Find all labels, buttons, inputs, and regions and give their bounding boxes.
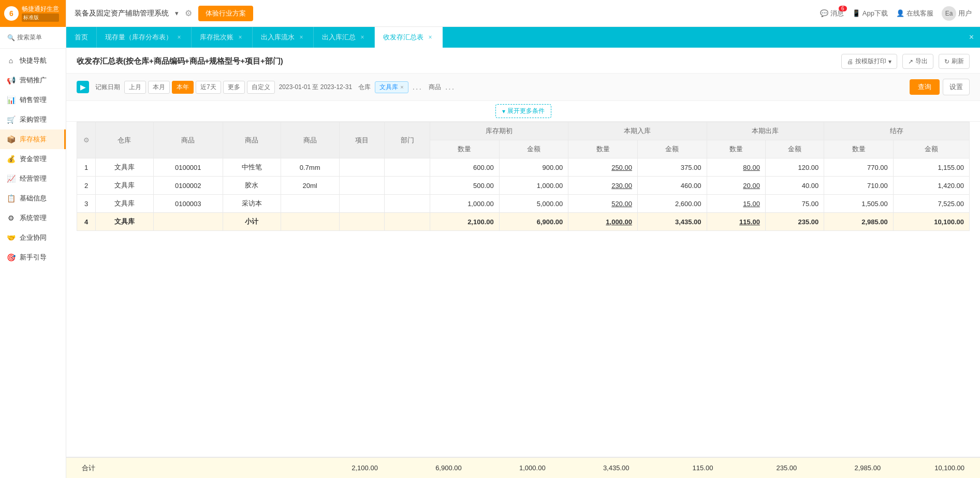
refresh-button[interactable]: ↻ 刷新 <box>939 54 970 69</box>
footer-open-amt: 6,900.00 <box>383 462 467 474</box>
date-filter-label: 记账日期 <box>95 83 120 92</box>
experience-button[interactable]: 体验行业方案 <box>198 6 253 21</box>
sidebar-item-label: 快捷导航 <box>20 56 47 65</box>
cell-in-qty[interactable]: 230.00 <box>568 177 638 195</box>
footer-bal-qty: 2,985.00 <box>802 462 886 474</box>
out-qty-link[interactable]: 15.00 <box>743 200 760 208</box>
sidebar-item-sales[interactable]: 📊 销售管理 <box>0 90 66 110</box>
date-btn-last-month[interactable]: 上月 <box>124 81 146 94</box>
date-btn-more[interactable]: 更多 <box>223 81 245 94</box>
in-qty-link[interactable]: 520.00 <box>611 200 632 208</box>
date-btn-custom[interactable]: 自定义 <box>247 81 275 94</box>
cell-open-amt: 900.00 <box>499 158 568 177</box>
sidebar-item-basic[interactable]: 📋 基础信息 <box>0 189 66 208</box>
open-amt-header: 金额 <box>499 140 568 158</box>
sidebar-item-inventory[interactable]: 📦 库存核算 <box>0 129 66 149</box>
search-menu-button[interactable]: 🔍 搜索菜单 <box>4 31 62 44</box>
tab-close-icon[interactable]: × <box>359 34 366 41</box>
sidebar-item-operations[interactable]: 📈 经营管理 <box>0 169 66 189</box>
cell-in-qty[interactable]: 250.00 <box>568 158 638 177</box>
date-btn-this-month[interactable]: 本月 <box>148 81 170 94</box>
inventory-icon: 📦 <box>6 135 16 143</box>
warehouse-filter-ellipsis[interactable]: ... <box>413 82 422 92</box>
cell-warehouse: 文具库 <box>96 213 154 231</box>
gear-icon[interactable]: ⚙ <box>82 136 90 144</box>
export-button[interactable]: ↗ 导出 <box>902 54 933 69</box>
basic-icon: 📋 <box>6 194 16 202</box>
footer-bal-amt: 10,100.00 <box>886 462 970 474</box>
notification-item[interactable]: 💬 6 消息 <box>820 9 844 18</box>
sidebar-item-quick-nav[interactable]: ⌂ 快捷导航 <box>0 51 66 70</box>
tab-close-icon[interactable]: × <box>237 34 244 41</box>
tab-batch-ledger[interactable]: 库存批次账 × <box>192 27 253 48</box>
out-qty-link[interactable]: 80.00 <box>743 164 760 171</box>
cell-out-qty[interactable]: 115.00 <box>707 213 765 231</box>
notification-badge: 6 <box>839 6 847 11</box>
cell-name: 中性笔 <box>223 158 281 177</box>
cell-spec <box>281 195 339 213</box>
sidebar-item-system[interactable]: ⚙ 系统管理 <box>0 208 66 228</box>
cell-bal-amt: 10,100.00 <box>893 213 969 231</box>
operations-icon: 📈 <box>6 175 16 183</box>
main-area: 装备及固定资产辅助管理系统 ▾ ⚙ 体验行业方案 💬 6 消息 📱 App下载 … <box>66 0 980 478</box>
sidebar-item-finance[interactable]: 💰 资金管理 <box>0 149 66 169</box>
sidebar-item-label: 库存核算 <box>20 135 47 144</box>
cell-out-qty[interactable]: 80.00 <box>707 158 765 177</box>
in-qty-link[interactable]: 230.00 <box>611 182 632 190</box>
footer-label: 合计 <box>77 463 299 473</box>
settings-icon[interactable]: ⚙ <box>185 8 192 18</box>
cell-out-qty[interactable]: 15.00 <box>707 195 765 213</box>
query-button[interactable]: 查询 <box>910 79 940 95</box>
out-qty-link[interactable]: 20.00 <box>743 182 760 190</box>
goods-filter-ellipsis[interactable]: ... <box>445 82 455 92</box>
sidebar-item-purchase[interactable]: 🛒 采购管理 <box>0 110 66 129</box>
cell-out-amt: 120.00 <box>765 158 824 177</box>
tab-close-icon[interactable]: × <box>298 34 305 41</box>
code-column-header: 商品 <box>153 122 223 158</box>
date-btn-last-7days[interactable]: 近7天 <box>196 81 221 94</box>
content-area: 收发存汇总表(按仓库+商品编码+商品+规格型号+项目+部门) 🖨 按模版打印 ▾… <box>66 48 980 478</box>
tab-home[interactable]: 首页 <box>66 27 97 48</box>
cell-in-qty[interactable]: 1,000.00 <box>568 213 638 231</box>
tab-inventory-distribution[interactable]: 现存量（库存分布表） × <box>97 27 192 48</box>
expand-more-button[interactable]: ▾ 展开更多条件 <box>495 104 551 118</box>
logo-text: 畅捷通好生意 标准版 <box>22 5 59 22</box>
cell-dept <box>385 195 430 213</box>
cell-project <box>339 158 385 177</box>
warehouse-tag-close[interactable]: × <box>400 84 403 90</box>
user-item[interactable]: Ea 用户 <box>942 6 972 21</box>
cell-out-qty[interactable]: 20.00 <box>707 177 765 195</box>
close-all-tabs-button[interactable]: × <box>963 27 980 48</box>
sidebar-item-label: 系统管理 <box>20 213 47 223</box>
sidebar-item-collab[interactable]: 🤝 企业协同 <box>0 228 66 248</box>
bal-amt-header: 金额 <box>893 140 969 158</box>
tab-close-icon[interactable]: × <box>175 34 183 41</box>
system-dropdown[interactable]: ▾ <box>175 9 179 17</box>
in-qty-link[interactable]: 1,000.00 <box>606 218 632 226</box>
in-qty-link[interactable]: 250.00 <box>611 164 632 171</box>
expand-more-label: 展开更多条件 <box>507 107 545 115</box>
tab-close-icon[interactable]: × <box>427 34 434 41</box>
out-qty-link[interactable]: 115.00 <box>739 218 760 226</box>
print-button[interactable]: 🖨 按模版打印 ▾ <box>841 54 897 69</box>
top-header: 装备及固定资产辅助管理系统 ▾ ⚙ 体验行业方案 💬 6 消息 📱 App下载 … <box>66 0 980 27</box>
filter-collapse-button[interactable]: ▶ <box>77 81 89 93</box>
warehouse-column-header: 仓库 <box>96 122 154 158</box>
cell-in-qty[interactable]: 520.00 <box>568 195 638 213</box>
tab-inout-summary[interactable]: 出入库汇总 × <box>314 27 375 48</box>
set-button[interactable]: 设置 <box>943 79 970 95</box>
app-download-item[interactable]: 📱 App下载 <box>852 9 888 18</box>
tab-label: 收发存汇总表 <box>383 33 423 42</box>
sidebar-item-marketing[interactable]: 📢 营销推广 <box>0 70 66 90</box>
sidebar-item-guide[interactable]: 🎯 新手引导 <box>0 248 66 267</box>
opening-group-header: 库存期初 <box>430 122 568 140</box>
table-row: 1 文具库 0100001 中性笔 0.7mm 600.00 900.00 25… <box>77 158 970 177</box>
date-btn-this-year[interactable]: 本年 <box>172 81 194 94</box>
finance-icon: 💰 <box>6 155 16 163</box>
tab-inout-flow[interactable]: 出入库流水 × <box>253 27 314 48</box>
online-service-item[interactable]: 👤 在线客服 <box>896 9 933 18</box>
home-icon: ⌂ <box>6 56 16 65</box>
settings-column-header[interactable]: ⚙ <box>77 122 96 158</box>
table-container: ⚙ 仓库 商品 商品 商品 项目 部门 库存期初 本期入库 本期出库 结存 <box>66 122 980 457</box>
tab-receipt-summary[interactable]: 收发存汇总表 × <box>375 27 443 48</box>
